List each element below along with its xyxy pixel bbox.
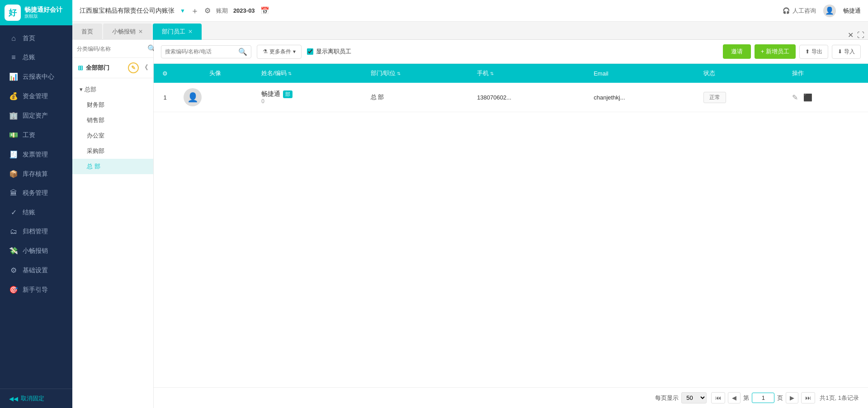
all-dept-row[interactable]: ⊞ 全部部门 ✎ 《: [72, 58, 153, 78]
col-dept-position[interactable]: 部门/职位: [363, 64, 470, 83]
tab-employees[interactable]: 部门员工 ✕: [153, 24, 202, 40]
logo-icon: 好: [5, 5, 21, 21]
support-button[interactable]: 🎧 人工咨询: [783, 7, 816, 15]
show-resigned-checkbox[interactable]: [307, 48, 313, 55]
sidebar-item-expense[interactable]: 💸 小畅报销: [0, 241, 72, 261]
export-icon: ⬆: [805, 48, 810, 55]
dept-item-procurement[interactable]: 采购部: [72, 143, 153, 159]
search-icon[interactable]: 🔍: [238, 47, 247, 56]
dept-item-hq[interactable]: 总 部: [72, 159, 153, 174]
page-input[interactable]: [752, 393, 774, 403]
ledger-icon: ≡: [9, 53, 18, 62]
logout-icon[interactable]: ⬛: [803, 93, 812, 102]
app-title: 畅捷通好会计: [24, 6, 62, 14]
logo-area: 好 畅捷通好会计 旗舰版: [0, 0, 72, 25]
user-avatar: 👤: [823, 5, 836, 17]
guide-icon: 🎯: [9, 285, 18, 294]
sidebar-item-reports[interactable]: 📊 云报表中心: [0, 67, 72, 86]
dept-tree: ▾ 总部 财务部 销售部 办公室 采购部 总 部: [72, 78, 153, 408]
col-gear[interactable]: ⚙: [154, 64, 176, 83]
invite-button[interactable]: 邀请: [723, 44, 751, 59]
avatar-icon: 👤: [825, 6, 834, 15]
import-button[interactable]: ⬇ 导入: [832, 45, 861, 59]
dept-panel: 🔍 ⊞ 全部部门 ✎ 《 ▾ 总部 财务部 销售部 办公室: [72, 40, 154, 408]
employee-search-box: 🔍: [161, 45, 251, 58]
sidebar-item-ledger[interactable]: ≡ 总账: [0, 48, 72, 67]
home-icon: ⌂: [9, 34, 18, 43]
next-page-button[interactable]: ▶: [786, 392, 798, 403]
dept-search-input[interactable]: [77, 46, 145, 52]
export-button[interactable]: ⬆ 导出: [799, 45, 828, 59]
sidebar-item-salary[interactable]: 💵 工资: [0, 125, 72, 145]
row-name-code: 畅捷通 部 0: [254, 83, 363, 112]
col-name-code[interactable]: 姓名/编码: [254, 64, 363, 83]
sidebar-item-guide[interactable]: 🎯 新手引导: [0, 280, 72, 299]
sidebar-item-tax[interactable]: 🏛 税务管理: [0, 184, 72, 203]
employee-search-input[interactable]: [165, 48, 236, 55]
dept-item-finance[interactable]: 财务部: [72, 97, 153, 113]
page-label: 第: [743, 394, 749, 402]
tab-home-label: 首页: [81, 28, 93, 36]
company-dropdown-arrow[interactable]: ▼: [180, 8, 185, 14]
right-content: 🔍 ⚗ 更多条件 ▾ 显示离职员工 邀请 + 新增员工 ⬆ 导出: [154, 40, 868, 408]
per-page-select[interactable]: 50 10 20 100: [681, 392, 707, 403]
row-status: 正常: [696, 83, 785, 112]
top-bar: 江西服宝精品有限责任公司内账张 ▼ ＋ ⚙ 账期 2023-03 📅 🎧 人工咨…: [72, 0, 868, 22]
sidebar-item-funds[interactable]: 💰 资金管理: [0, 86, 72, 106]
sidebar-item-invoice[interactable]: 🧾 发票管理: [0, 145, 72, 164]
dept-search-area: 🔍: [72, 40, 153, 58]
sidebar-item-inventory[interactable]: 📦 库存核算: [0, 164, 72, 184]
col-email: Email: [586, 64, 696, 83]
col-actions: 操作: [785, 64, 868, 83]
edit-icon[interactable]: ✎: [792, 93, 798, 102]
headset-icon: 🎧: [783, 7, 790, 14]
import-icon: ⬇: [838, 48, 842, 55]
sidebar-nav: ⌂ 首页 ≡ 总账 📊 云报表中心 💰 资金管理 🏢 固定资产 💵 工资 🧾 发…: [0, 25, 72, 389]
expand-tab-icon[interactable]: ⛶: [857, 31, 864, 39]
tab-employees-close[interactable]: ✕: [188, 28, 193, 35]
row-phone: 138070602...: [470, 83, 586, 112]
tab-home[interactable]: 首页: [72, 24, 102, 40]
dept-grid-icon: ⊞: [78, 64, 83, 71]
sidebar-item-closing[interactable]: ✓ 结账: [0, 203, 72, 222]
last-page-button[interactable]: ⏭: [801, 392, 815, 403]
sidebar-item-assets[interactable]: 🏢 固定资产: [0, 106, 72, 125]
dept-item-sales[interactable]: 销售部: [72, 113, 153, 128]
tab-expense[interactable]: 小畅报销 ✕: [103, 24, 152, 40]
sidebar-item-home[interactable]: ⌂ 首页: [0, 29, 72, 48]
dept-collapse-icon[interactable]: 《: [142, 64, 148, 72]
assets-icon: 🏢: [9, 111, 18, 120]
calendar-icon[interactable]: 📅: [260, 6, 269, 15]
dept-edit-button[interactable]: ✎: [128, 62, 139, 73]
first-page-button[interactable]: ⏮: [711, 392, 725, 403]
col-status: 状态: [696, 64, 785, 83]
row-avatar: 👤: [176, 83, 254, 112]
dept-item-office[interactable]: 办公室: [72, 128, 153, 143]
funds-icon: 💰: [9, 92, 18, 100]
employee-avatar: 👤: [184, 88, 202, 106]
col-phone[interactable]: 手机: [470, 64, 586, 83]
add-employee-button[interactable]: + 新增员工: [755, 44, 796, 59]
pager: ⏮ ◀ 第 页 ▶ ⏭: [711, 392, 815, 403]
tab-expense-close[interactable]: ✕: [138, 28, 143, 35]
sidebar-item-archive[interactable]: 🗂 归档管理: [0, 222, 72, 241]
unpin-button[interactable]: ◀◀ 取消固定: [0, 389, 72, 408]
close-tab-icon[interactable]: ✕: [848, 31, 854, 39]
row-email: chanjethkj...: [586, 83, 696, 112]
tab-expense-label: 小畅报销: [112, 28, 136, 36]
dept-item-hq-parent[interactable]: ▾ 总部: [72, 82, 153, 97]
sidebar-item-settings[interactable]: ⚙ 基础设置: [0, 261, 72, 280]
add-tab-button[interactable]: ＋: [191, 5, 199, 16]
employees-table-container: ⚙ 头像 姓名/编码 部门/职位 手机 Email 状态 操作 1: [154, 64, 868, 387]
right-toolbar-actions: 邀请 + 新增员工 ⬆ 导出 ⬇ 导入: [723, 44, 861, 59]
invoice-icon: 🧾: [9, 150, 18, 159]
inventory-icon: 📦: [9, 170, 18, 178]
status-badge: 正常: [703, 92, 726, 103]
show-resigned-checkbox-label[interactable]: 显示离职员工: [307, 47, 351, 56]
prev-page-button[interactable]: ◀: [728, 392, 741, 403]
more-filters-button[interactable]: ⚗ 更多条件 ▾: [257, 45, 302, 59]
employee-dept-badge: 部: [283, 90, 292, 98]
company-name: 江西服宝精品有限责任公司内账张: [80, 7, 175, 15]
closing-icon: ✓: [9, 208, 18, 217]
settings-gear-icon[interactable]: ⚙: [204, 6, 211, 15]
